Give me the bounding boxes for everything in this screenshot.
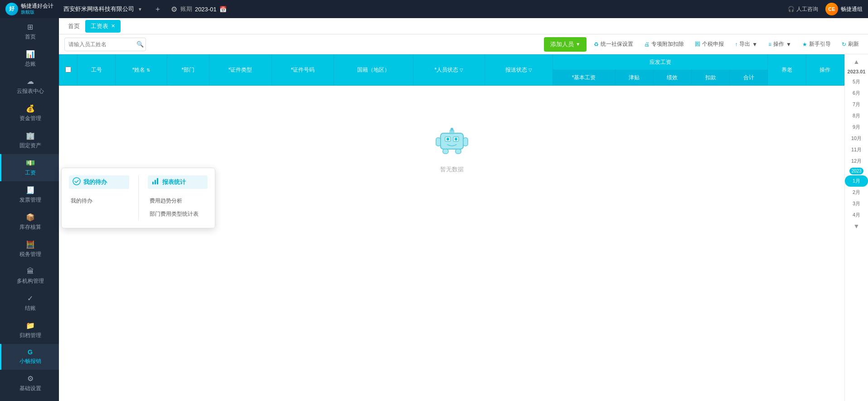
service-button[interactable]: 🎧 人工咨询 [788,5,818,13]
logo-sub: 旗舰版 [21,9,53,15]
tab-payroll-table[interactable]: 工资表 ✕ [85,20,121,33]
add-person-button[interactable]: 添加人员 ▼ [544,37,587,52]
sidebar-label-ledger: 总账 [25,60,36,68]
popup-todo-item[interactable]: 我的待办 [69,194,129,208]
svg-rect-10 [443,149,448,154]
th-report-status: 报送状态 ▽ [485,55,553,86]
operation-icon: ≡ [768,41,771,48]
search-icon: 🔍 [136,41,144,48]
timeline-item-8[interactable]: 8月 [845,110,868,121]
th-cert-type: *证件类型 [209,55,272,86]
timeline-header: 2023.01 [847,67,867,76]
timeline-item-2[interactable]: 2月 [845,187,868,198]
timeline-down-nav[interactable]: ▼ [852,221,862,232]
period-value: 2023-01 [195,6,217,13]
export-action[interactable]: ↑ 导出 ▼ [731,39,761,50]
refresh-action[interactable]: ↻ 刷新 [838,39,863,50]
th-total-label: 合计 [743,74,754,81]
timeline-item-10[interactable]: 10月 [845,133,868,144]
add-button[interactable]: ＋ [151,3,164,15]
invoice-icon: 🧾 [26,186,35,194]
timeline-item-3[interactable]: 3月 [845,198,868,209]
social-insurance-label: 统一社保设置 [601,40,633,48]
sidebar-label-inventory: 库存核算 [19,223,41,231]
sidebar-item-invoice[interactable]: 🧾 发票管理 [0,181,59,208]
sidebar-item-tax[interactable]: 🧮 税务管理 [0,236,59,263]
guide-action[interactable]: ★ 新手引导 [799,39,834,50]
operation-arrow-icon: ▼ [786,41,791,48]
personal-tax-action[interactable]: 囻 个税申报 [691,39,727,50]
th-operation-label: 操作 [820,67,830,73]
sidebar-item-inventory[interactable]: 📦 库存核算 [0,208,59,236]
calendar-icon[interactable]: 📅 [219,6,227,13]
th-nationality-label: 国籍（地区） [357,67,390,73]
tab-payroll-label: 工资表 [91,22,108,30]
headset-icon: 🎧 [788,6,795,12]
tab-home[interactable]: 首页 [63,20,85,33]
name-sort-icon[interactable]: ⇅ [146,68,150,72]
select-all-checkbox[interactable] [65,67,71,72]
timeline-item-5[interactable]: 5月 [845,76,868,87]
report-title-label: 报表统计 [162,178,186,186]
sidebar-item-archive[interactable]: 📁 归档管理 [0,317,59,344]
avatar-initials: CE [828,6,835,12]
export-label: 导出 [739,40,750,48]
timeline-item-6[interactable]: 6月 [845,87,868,99]
sidebar-item-funds[interactable]: 💰 资金管理 [0,100,59,127]
settings-button[interactable]: ⚙ [168,3,180,15]
sidebar-item-multi[interactable]: 🏛 多机构管理 [0,263,59,290]
search-input[interactable] [68,41,136,48]
timeline-up-nav[interactable]: ▲ [852,56,862,67]
avatar: CE [825,3,838,15]
popup-trend-item[interactable]: 费用趋势分析 [148,194,208,208]
sidebar-item-ledger[interactable]: 📊 总账 [0,45,59,72]
timeline-item-12[interactable]: 12月 [845,155,868,167]
report-stats-icon [151,177,160,187]
svg-rect-13 [152,182,154,184]
timeline-item-7[interactable]: 7月 [845,99,868,110]
sidebar-item-settle[interactable]: ✓ 结账 [0,290,59,317]
sidebar-item-cloud[interactable]: ☁ 云报表中心 [0,72,59,100]
sidebar-item-xiaochang[interactable]: G 小畅报销 [0,344,59,370]
service-label: 人工咨询 [796,5,818,13]
sidebar-item-home[interactable]: ⊞ 首页 [0,18,59,45]
sidebar-item-guide[interactable]: ▷ 新手引导 [0,397,59,401]
empty-robot-icon [434,122,470,158]
th-pension-label: 养老 [781,67,792,73]
timeline-item-9[interactable]: 9月 [845,121,868,133]
timeline-item-4[interactable]: 4月 [845,209,868,221]
timeline-item-11[interactable]: 11月 [845,144,868,155]
person-status-filter-icon[interactable]: ▽ [460,68,463,72]
archive-icon: 📁 [26,321,35,330]
multi-icon: 🏛 [27,267,34,275]
company-selector[interactable]: 西安虾米网络科技有限公司 ▼ [60,3,146,15]
report-status-filter-icon[interactable]: ▽ [529,68,532,72]
search-wrap: 🔍 [64,38,146,51]
popup-divider [138,175,139,221]
user-area[interactable]: CE 畅捷通组 [825,3,863,15]
popup-dept-item[interactable]: 部门费用类型统计表 [148,208,208,221]
sidebar-item-payroll[interactable]: 💵 工资 [0,154,59,181]
tab-bar: 首页 工资表 ✕ [59,18,868,34]
tab-close-icon[interactable]: ✕ [111,23,115,29]
popup-todo-item-label: 我的待办 [71,198,92,204]
export-arrow-icon: ▼ [752,41,757,48]
th-person-status-label: *人员状态 [434,66,458,74]
sidebar-item-assets[interactable]: 🏢 固定资产 [0,127,59,154]
add-person-label: 添加人员 [550,40,574,48]
sidebar-item-basic[interactable]: ⚙ 基础设置 [0,370,59,397]
svg-point-4 [455,138,457,140]
special-deduction-action[interactable]: 🖨 专项附加扣除 [640,39,688,50]
timeline-item-1[interactable]: 1月 [845,175,868,187]
th-number-label: 工号 [91,67,102,73]
operation-action[interactable]: ≡ 操作 ▼ [765,39,795,50]
popup-col-todo: 我的待办 我的待办 [69,175,129,221]
svg-rect-15 [157,178,158,184]
th-cert-type-label: *证件类型 [228,67,252,73]
funds-icon: 💰 [26,104,35,113]
th-performance: 绩效 [653,70,691,86]
sidebar-label-basic: 基础设置 [19,385,41,392]
social-insurance-action[interactable]: ♻ 统一社保设置 [590,39,637,50]
th-name-label: *姓名 [132,66,145,74]
th-deduction-label: 扣款 [705,74,716,81]
